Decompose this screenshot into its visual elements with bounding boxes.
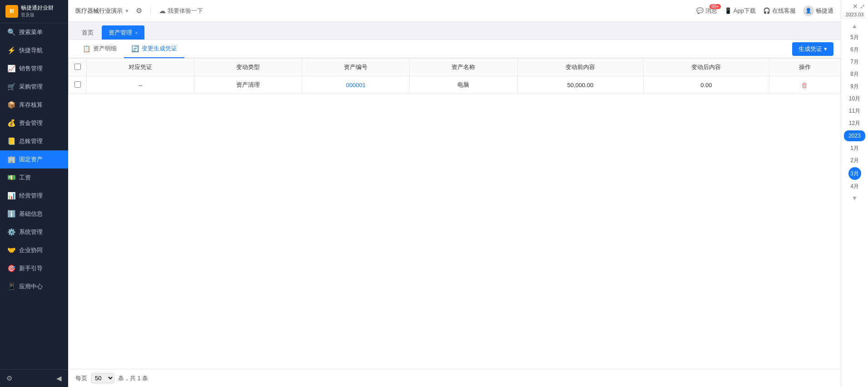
main-wrapper: 医疗器械行业演示 ▼ ⚙ ☁ 我要体验一下 💬 消息 99+ 📱 App下载 🎧… — [68, 0, 841, 387]
col-after-change: 变动后内容 — [643, 59, 769, 76]
right-panel-close-icon[interactable]: ✕ — [853, 3, 858, 10]
col-checkbox — [69, 59, 87, 76]
timeline-down-button[interactable]: ▼ — [850, 193, 860, 203]
messages-button[interactable]: 💬 消息 99+ — [696, 7, 717, 15]
generate-voucher-button[interactable]: 生成凭证 ▾ — [792, 42, 833, 56]
app-download-icon: 📱 — [724, 7, 732, 14]
app-download-button[interactable]: 📱 App下载 — [724, 7, 756, 15]
tab-bar: 首页 资产管理 × — [68, 22, 841, 40]
right-panel-expand-icon[interactable]: ⤢ — [860, 3, 865, 10]
sidebar-label-guide: 新手引导 — [19, 264, 43, 273]
sidebar-item-base-info[interactable]: ℹ️ 基础信息 — [0, 205, 68, 223]
settings-icon[interactable]: ⚙ — [6, 374, 12, 382]
messages-icon: 💬 — [696, 7, 704, 14]
sidebar-label-base-info: 基础信息 — [19, 210, 43, 218]
sidebar-label-system: 系统管理 — [19, 228, 43, 236]
logo-text: 畅捷通好业财 — [21, 5, 54, 12]
sidebar-label-inventory: 库存核算 — [19, 101, 43, 109]
table-footer: 每页 102050100 条，共 1 条 — [68, 369, 841, 387]
total-count-label: 条，共 1 条 — [118, 374, 148, 382]
sidebar-icon-payroll: 💵 — [7, 174, 15, 182]
sidebar-nav: 🔍 搜索菜单 ⚡ 快捷导航 📈 销售管理 🛒 采购管理 📦 库存核算 💰 资金管… — [0, 23, 68, 369]
select-all-checkbox[interactable] — [74, 64, 81, 70]
sidebar-item-operations[interactable]: 📊 经营管理 — [0, 187, 68, 205]
user-menu[interactable]: 👤 畅捷通 — [803, 5, 833, 16]
row-change-type: 资产清理 — [194, 76, 302, 94]
trial-label: 我要体验一下 — [168, 7, 203, 15]
tab-close-icon[interactable]: × — [135, 30, 138, 35]
topbar-right: 💬 消息 99+ 📱 App下载 🎧 在线客服 👤 畅捷通 — [696, 5, 833, 16]
timeline-month[interactable]: 4月 — [841, 180, 868, 193]
sidebar-label-enterprise: 企业协同 — [19, 246, 43, 254]
customer-service-button[interactable]: 🎧 在线客服 — [763, 7, 796, 15]
sidebar-item-fixed-assets[interactable]: 🏢 固定资产 — [0, 150, 68, 169]
right-panel-header: ✕ ⤢ — [841, 0, 868, 10]
customer-service-label: 在线客服 — [772, 7, 796, 15]
app-download-label: App下载 — [734, 7, 756, 15]
sidebar-item-enterprise[interactable]: 🤝 企业协同 — [0, 241, 68, 259]
sidebar-item-inventory[interactable]: 📦 库存核算 — [0, 96, 68, 114]
row-asset-name: 电脑 — [410, 76, 517, 94]
timeline-month[interactable]: 11月 — [841, 105, 868, 117]
sub-tab-bar: 📋 资产明细 🔄 变更生成凭证 生成凭证 ▾ — [68, 40, 841, 58]
sidebar-icon-guide: 🎯 — [7, 264, 15, 273]
col-asset-no: 资产编号 — [302, 59, 410, 76]
sidebar-item-search[interactable]: 🔍 搜索菜单 — [0, 23, 68, 41]
sidebar-label-operations: 经营管理 — [19, 192, 43, 200]
sidebar-item-guide[interactable]: 🎯 新手引导 — [0, 259, 68, 278]
collapse-icon[interactable]: ◀ — [56, 374, 62, 382]
timeline-month[interactable]: 2月 — [841, 154, 868, 167]
sidebar-item-app-center[interactable]: 📱 应用中心 — [0, 278, 68, 296]
sub-tab-change-voucher-label: 变更生成凭证 — [142, 45, 177, 53]
tab-asset-management[interactable]: 资产管理 × — [102, 25, 144, 40]
sidebar-icon-ledger: 📒 — [7, 137, 15, 145]
sub-tab-asset-detail-label: 资产明细 — [93, 45, 117, 53]
sidebar-item-purchase[interactable]: 🛒 采购管理 — [0, 78, 68, 96]
sub-tab-asset-detail[interactable]: 📋 资产明细 — [75, 40, 124, 58]
trial-button[interactable]: ☁ 我要体验一下 — [159, 7, 203, 15]
sidebar-label-purchase: 采购管理 — [19, 83, 43, 91]
page-content: 📋 资产明细 🔄 变更生成凭证 生成凭证 ▾ — [68, 40, 841, 387]
timeline-month[interactable]: 8月 — [841, 68, 868, 80]
timeline-month[interactable]: 7月 — [841, 56, 868, 68]
right-panel-year-month: 2023.03 — [841, 10, 868, 19]
sidebar-icon-operations: 📊 — [7, 192, 15, 200]
sidebar-label-payroll: 工资 — [19, 174, 31, 182]
generate-voucher-arrow-icon: ▾ — [824, 45, 827, 52]
sidebar-label-app-center: 应用中心 — [19, 283, 43, 291]
timeline-month[interactable]: 9月 — [841, 80, 868, 93]
col-change-type: 变动类型 — [194, 59, 302, 76]
logo-icon: 财 — [5, 5, 18, 18]
timeline-active-year[interactable]: 2023 — [844, 130, 865, 141]
settings-icon[interactable]: ⚙ — [136, 6, 142, 15]
user-avatar: 👤 — [803, 5, 814, 16]
timeline-month[interactable]: 12月 — [841, 117, 868, 129]
row-checkbox-cell — [69, 76, 87, 94]
timeline-month[interactable]: 3月 — [848, 167, 861, 180]
timeline-up-button[interactable]: ▲ — [850, 20, 860, 31]
sidebar-item-quick-nav[interactable]: ⚡ 快捷导航 — [0, 41, 68, 60]
tab-home[interactable]: 首页 — [75, 26, 100, 40]
tab-home-label: 首页 — [82, 29, 94, 37]
sidebar: 财 畅捷通好业财 普及版 🔍 搜索菜单 ⚡ 快捷导航 📈 销售管理 🛒 采购管理… — [0, 0, 68, 387]
sidebar-icon-purchase: 🛒 — [7, 83, 15, 91]
trial-icon: ☁ — [159, 7, 166, 15]
topbar-divider — [150, 6, 151, 15]
timeline-month[interactable]: 1月 — [841, 142, 868, 154]
sidebar-item-sales[interactable]: 📈 销售管理 — [0, 60, 68, 78]
sidebar-item-ledger[interactable]: 📒 总账管理 — [0, 132, 68, 150]
sidebar-item-payroll[interactable]: 💵 工资 — [0, 169, 68, 187]
row-checkbox[interactable] — [74, 81, 81, 88]
timeline-month[interactable]: 10月 — [841, 93, 868, 105]
tab-asset-management-label: 资产管理 — [109, 29, 132, 37]
per-page-select[interactable]: 102050100 — [91, 373, 114, 383]
company-selector[interactable]: 医疗器械行业演示 ▼ — [75, 7, 129, 15]
sidebar-icon-search: 🔍 — [7, 28, 15, 36]
sub-tab-change-voucher[interactable]: 🔄 变更生成凭证 — [124, 40, 184, 58]
sidebar-item-system[interactable]: ⚙️ 系统管理 — [0, 223, 68, 241]
delete-row-icon[interactable]: 🗑 — [801, 81, 808, 89]
sidebar-icon-quick-nav: ⚡ — [7, 46, 15, 55]
timeline-month[interactable]: 5月 — [841, 31, 868, 44]
sidebar-item-funds[interactable]: 💰 资金管理 — [0, 114, 68, 132]
timeline-month[interactable]: 6月 — [841, 44, 868, 56]
